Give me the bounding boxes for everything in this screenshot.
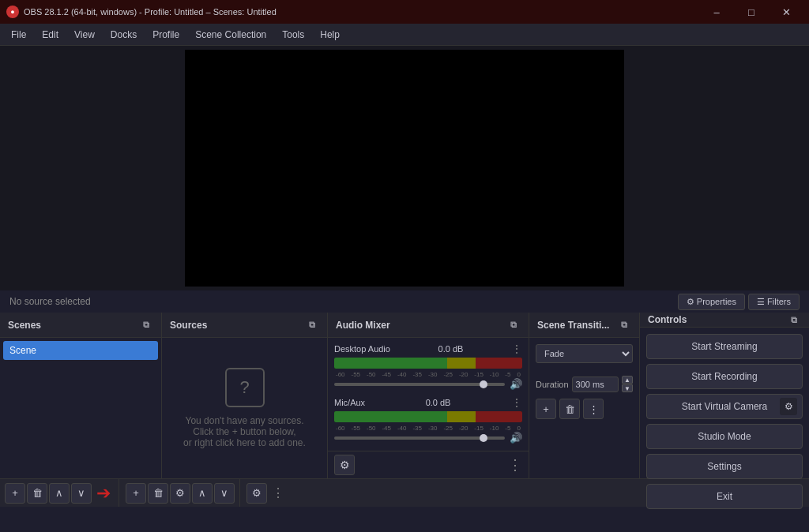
- sources-delete-button[interactable]: 🗑: [148, 483, 168, 504]
- desktop-audio-meter-bg: [334, 358, 522, 369]
- transition-type-select[interactable]: Fade Cut Swipe: [536, 344, 633, 363]
- filters-button[interactable]: ☰ Filters: [748, 294, 800, 310]
- scenes-panel: Scenes ⧉ Scene: [0, 313, 162, 478]
- duration-down-btn[interactable]: ▼: [622, 384, 633, 392]
- sources-empty[interactable]: ? You don't have any sources. Click the …: [162, 338, 327, 478]
- mic-aux-more[interactable]: ⋮: [511, 396, 522, 409]
- menu-view[interactable]: View: [66, 26, 103, 43]
- mic-aux-volume-icon[interactable]: 🔊: [510, 432, 522, 444]
- mic-aux-slider-thumb[interactable]: [480, 434, 487, 442]
- meter-red-mic: [476, 411, 523, 422]
- maximize-button[interactable]: □: [735, 0, 768, 24]
- meter-red: [476, 358, 523, 369]
- no-source-buttons: ⚙ Properties ☰ Filters: [678, 294, 800, 310]
- delete-transition-button[interactable]: 🗑: [559, 399, 580, 419]
- menu-tools[interactable]: Tools: [274, 26, 312, 43]
- scenes-move-down-button[interactable]: ∨: [71, 483, 92, 504]
- transitions-panel-dock-icon[interactable]: ⧉: [617, 318, 631, 332]
- sources-panel: Sources ⧉ ? You don't have any sources. …: [162, 313, 328, 478]
- properties-button[interactable]: ⚙ Properties: [678, 294, 745, 310]
- obs-icon: ●: [6, 6, 19, 18]
- start-streaming-button[interactable]: Start Streaming: [646, 334, 803, 359]
- transitions-panel: Scene Transiti... ⧉ Fade Cut Swipe Durat…: [529, 313, 640, 478]
- menu-docks[interactable]: Docks: [103, 26, 145, 43]
- scenes-panel-dock-icon[interactable]: ⧉: [139, 318, 153, 332]
- desktop-audio-slider-thumb[interactable]: [480, 380, 487, 388]
- desktop-audio-volume-icon[interactable]: 🔊: [510, 378, 522, 390]
- audio-panel-header: Audio Mixer ⧉: [328, 313, 529, 338]
- audio-panel: Audio Mixer ⧉ Desktop Audio 0.0 dB ⋮: [328, 313, 529, 478]
- desktop-audio-header: Desktop Audio 0.0 dB ⋮: [334, 343, 522, 355]
- desktop-audio-channel: Desktop Audio 0.0 dB ⋮ -60-55-50-45-40-3…: [334, 343, 522, 390]
- mic-aux-channel: Mic/Aux 0.0 dB ⋮ -60-55-50-45-40-35-30-2…: [334, 396, 522, 444]
- preview-canvas: [185, 50, 624, 287]
- desktop-audio-db: 0.0 dB: [438, 344, 464, 354]
- more-transitions-button[interactable]: ⋮: [583, 399, 604, 419]
- menu-file[interactable]: File: [3, 26, 34, 43]
- duration-row: Duration ▲ ▼: [536, 376, 633, 392]
- sources-panel-title: Sources: [170, 320, 207, 331]
- audio-panel-more[interactable]: ⋮: [508, 456, 522, 474]
- mic-aux-slider[interactable]: [334, 436, 505, 440]
- meter-green-mic: [334, 411, 447, 422]
- menubar: File Edit View Docks Profile Scene Colle…: [0, 24, 809, 46]
- transitions-panel-title: Scene Transiti...: [537, 320, 609, 331]
- virtual-camera-label: Start Virtual Camera: [682, 401, 768, 412]
- sources-move-down-button[interactable]: ∨: [214, 483, 235, 504]
- close-button[interactable]: ✕: [769, 0, 803, 24]
- scenes-arrow-button[interactable]: ➔: [93, 483, 114, 504]
- scenes-move-up-button[interactable]: ∧: [49, 483, 70, 504]
- audio-channels: Desktop Audio 0.0 dB ⋮ -60-55-50-45-40-3…: [328, 338, 529, 451]
- controls-content: Start Streaming Start Recording Start Vi…: [640, 328, 809, 515]
- scenes-toolbar-section: + 🗑 ∧ ∨ ➔: [0, 479, 119, 507]
- scenes-add-button[interactable]: +: [5, 483, 25, 504]
- start-recording-button[interactable]: Start Recording: [646, 364, 803, 389]
- menu-help[interactable]: Help: [312, 26, 348, 43]
- sources-empty-icon: ?: [225, 368, 265, 407]
- audio-settings-icon[interactable]: ⚙: [334, 455, 355, 475]
- meter-yellow: [447, 358, 476, 369]
- meter-green: [334, 358, 447, 369]
- start-virtual-camera-button[interactable]: Start Virtual Camera ⚙: [646, 394, 803, 419]
- transitions-panel-header: Scene Transiti... ⧉: [529, 313, 639, 338]
- preview-area: [0, 46, 809, 290]
- controls-panel-dock-icon[interactable]: ⧉: [787, 313, 801, 327]
- scene-item[interactable]: Scene: [3, 341, 158, 360]
- titlebar: ● OBS 28.1.2 (64-bit, windows) - Profile…: [0, 0, 809, 24]
- sources-add-button[interactable]: +: [126, 483, 146, 504]
- sources-panel-dock-icon[interactable]: ⧉: [305, 318, 319, 332]
- transition-type-row: Fade Cut Swipe: [536, 344, 633, 369]
- meter-yellow-mic: [447, 411, 476, 422]
- menu-edit[interactable]: Edit: [34, 26, 66, 43]
- mic-aux-name: Mic/Aux: [334, 398, 365, 407]
- settings-button[interactable]: Settings: [646, 454, 803, 479]
- minimize-button[interactable]: –: [700, 0, 733, 24]
- sources-toolbar-section: + 🗑 ⚙ ∧ ∨: [121, 479, 240, 507]
- virtual-camera-gear-icon[interactable]: ⚙: [780, 398, 797, 415]
- menu-scene-collection[interactable]: Scene Collection: [187, 26, 274, 43]
- add-transition-button[interactable]: +: [536, 399, 556, 419]
- titlebar-controls: – □ ✕: [700, 0, 803, 24]
- audio-panel-footer: ⚙ ⋮: [328, 451, 529, 478]
- exit-button[interactable]: Exit: [646, 484, 803, 509]
- duration-up-btn[interactable]: ▲: [622, 376, 633, 384]
- menu-profile[interactable]: Profile: [145, 26, 187, 43]
- sources-move-up-button[interactable]: ∧: [192, 483, 213, 504]
- sources-settings-button[interactable]: ⚙: [170, 483, 190, 504]
- mic-aux-meter: [334, 411, 522, 422]
- scenes-delete-button[interactable]: 🗑: [27, 483, 47, 504]
- audio-more-button[interactable]: ⋮: [269, 485, 288, 500]
- desktop-audio-slider[interactable]: [334, 383, 505, 386]
- desktop-audio-more[interactable]: ⋮: [511, 343, 522, 355]
- audio-settings-button[interactable]: ⚙: [246, 483, 267, 504]
- audio-toolbar-section: ⚙ ⋮: [242, 479, 292, 507]
- transitions-content: Fade Cut Swipe Duration ▲ ▼ + 🗑 ⋮: [529, 338, 639, 478]
- duration-input[interactable]: [572, 377, 619, 392]
- mic-aux-header: Mic/Aux 0.0 dB ⋮: [334, 396, 522, 409]
- desktop-audio-meter: [334, 358, 522, 369]
- studio-mode-button[interactable]: Studio Mode: [646, 424, 803, 449]
- controls-panel-title: Controls: [648, 314, 687, 325]
- mic-aux-meter-bg: [334, 411, 522, 422]
- transition-action-buttons: + 🗑 ⋮: [536, 399, 633, 419]
- audio-panel-dock-icon[interactable]: ⧉: [506, 318, 521, 332]
